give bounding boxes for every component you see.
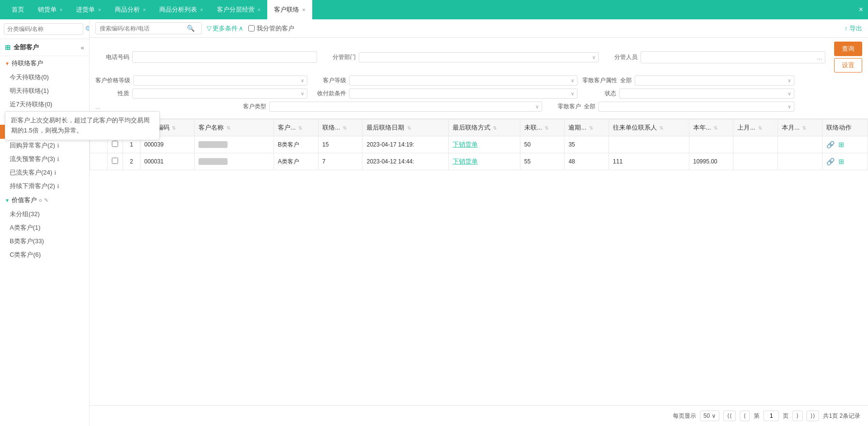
- status-select[interactable]: ∨: [619, 88, 794, 99]
- nav-sales-close[interactable]: ×: [60, 7, 62, 13]
- prev-page-btn[interactable]: ⟨: [740, 411, 750, 421]
- retail-attr-chevron: ∨: [788, 78, 791, 83]
- sidebar-item-ungrouped[interactable]: 未分组(32): [0, 207, 89, 221]
- col-this-month[interactable]: 本月... ⇅: [778, 119, 822, 136]
- nav-analysis-list-close[interactable]: ×: [200, 7, 203, 13]
- export-btn[interactable]: ↑ 导出: [845, 24, 863, 33]
- sidebar-search-input[interactable]: [4, 23, 83, 35]
- col-this-year[interactable]: 本年... ⇅: [689, 119, 733, 136]
- this-month-sort-icon: ⇅: [802, 125, 806, 131]
- sidebar-item-c-class[interactable]: C类客户(6): [0, 248, 89, 262]
- nav-customer-tier-close[interactable]: ×: [258, 7, 260, 13]
- sidebar-item-declining[interactable]: 持续下滑客户(2) ℹ: [0, 179, 89, 193]
- sidebar-item-a-class[interactable]: A类客户(1): [0, 221, 89, 235]
- nav-purchase[interactable]: 进货单 ×: [69, 0, 107, 19]
- dept-select[interactable]: ∨: [359, 52, 599, 62]
- table-wrapper[interactable]: ⚙ # 客户编码 ⇅ 客户名称 ⇅: [90, 119, 868, 405]
- col-overdue[interactable]: 逾期... ⇅: [564, 119, 609, 136]
- query-btn[interactable]: 查询: [834, 42, 862, 56]
- page-size-select[interactable]: 50 ∨: [700, 411, 719, 421]
- nav-sales[interactable]: 销货单 ×: [31, 0, 69, 19]
- customer-type-select[interactable]: ∨: [269, 102, 542, 112]
- first-page-btn[interactable]: ⟨⟨: [723, 411, 736, 421]
- next-page-btn[interactable]: ⟩: [792, 411, 803, 421]
- search-box[interactable]: 🔍: [95, 22, 202, 34]
- nav-analysis-close[interactable]: ×: [143, 7, 146, 13]
- sidebar-grid-icon: ⊞: [5, 44, 11, 51]
- row2-last-method[interactable]: 下销货单: [448, 153, 520, 170]
- gender-select[interactable]: ∨: [132, 88, 307, 99]
- last-page-btn[interactable]: ⟩⟩: [807, 411, 819, 421]
- row2-name[interactable]: [195, 153, 274, 170]
- phone-input[interactable]: [132, 51, 317, 63]
- row2-checkbox[interactable]: [112, 158, 118, 164]
- row2-code[interactable]: 000031: [140, 153, 195, 170]
- col-last-month[interactable]: 上月... ⇅: [733, 119, 778, 136]
- nav-customer-contact-close[interactable]: ×: [302, 7, 305, 13]
- col-last-date[interactable]: 最后联络日期 ⇅: [363, 119, 448, 136]
- window-close-btn[interactable]: ×: [859, 5, 863, 14]
- row1-name-blurred: [198, 141, 228, 148]
- nav-customer-contact[interactable]: 客户联络 ×: [267, 0, 312, 19]
- col-unlinkd[interactable]: 未联... ⇅: [520, 119, 564, 136]
- row1-checkbox[interactable]: [112, 141, 118, 147]
- col-contact-person[interactable]: 往来单位联系人 ⇅: [609, 119, 689, 136]
- row2-last-date: 2023-04-12 14:44:: [363, 153, 448, 170]
- nav-home[interactable]: 首页: [5, 0, 31, 19]
- customer-table: ⚙ # 客户编码 ⇅ 客户名称 ⇅: [90, 119, 868, 170]
- row2-action-icons: 🔗 ⊞: [826, 158, 864, 165]
- row1-grid-icon[interactable]: ⊞: [838, 141, 844, 148]
- search-input[interactable]: [100, 25, 187, 32]
- sidebar-item-b-class[interactable]: B类客户(33): [0, 235, 89, 248]
- row2-link-icon[interactable]: 🔗: [826, 158, 835, 165]
- row2-num: 2: [123, 153, 140, 170]
- row2-settings: [90, 153, 107, 170]
- settings-btn[interactable]: 设置: [834, 58, 862, 73]
- row1-link-icon[interactable]: 🔗: [826, 141, 835, 148]
- sidebar-item-churned[interactable]: 已流失客户(24) ℹ: [0, 166, 89, 179]
- more-conditions-btn[interactable]: ▽ 更多条件 ∧: [207, 24, 244, 33]
- sidebar-collapse-icon[interactable]: «: [81, 44, 84, 51]
- price-grade-select[interactable]: ∨: [133, 75, 307, 86]
- filter-actions: 查询 设置: [834, 42, 862, 73]
- manager-dots[interactable]: ...: [817, 54, 822, 61]
- value-edit-icon[interactable]: ✎: [44, 197, 48, 204]
- more-filter-btn[interactable]: ...: [95, 103, 100, 110]
- retail-customer-select[interactable]: ∨: [598, 102, 795, 112]
- row1-actions: 🔗 ⊞: [822, 136, 868, 153]
- col-last-method[interactable]: 最后联络方式 ⇅: [448, 119, 520, 136]
- manager-field: 分管人员 ...: [604, 51, 825, 63]
- row2-grid-icon[interactable]: ⊞: [838, 158, 844, 165]
- page-input[interactable]: [763, 411, 779, 421]
- sidebar-item-abnormal[interactable]: 回购异常客户(2) ℹ: [0, 139, 89, 152]
- churn-warn-info-icon: ℹ: [57, 156, 59, 162]
- row2-overdue: 48: [564, 153, 609, 170]
- manager-select[interactable]: ...: [640, 51, 825, 63]
- col-name[interactable]: 客户名称 ⇅: [195, 119, 274, 136]
- nav-customer-tier[interactable]: 客户分层经营 ×: [210, 0, 267, 19]
- sidebar-search-icon[interactable]: 🔍: [85, 26, 90, 33]
- retail-attr-field: 零散客户属性 全部 ∨: [582, 75, 794, 86]
- nav-purchase-close[interactable]: ×: [98, 7, 101, 13]
- customer-grade-select[interactable]: ∨: [349, 75, 578, 86]
- retail-attr-select[interactable]: ∨: [635, 75, 794, 86]
- sidebar-pending-section[interactable]: ▼ 待联络客户: [0, 56, 89, 71]
- sidebar-item-today[interactable]: 今天待联络(0): [0, 71, 89, 84]
- my-customer-checkbox[interactable]: [248, 25, 255, 31]
- col-type[interactable]: 客户... ⇅: [274, 119, 319, 136]
- nav-analysis-list[interactable]: 商品分析列表 ×: [152, 0, 210, 19]
- row2-checkbox-cell[interactable]: [107, 153, 123, 170]
- sidebar-item-churn-warn[interactable]: 流失预警客户(3) ℹ: [0, 152, 89, 166]
- sidebar-item-tomorrow[interactable]: 明天待联络(1): [0, 84, 89, 98]
- export-icon: ↑: [845, 25, 848, 32]
- col-contact-count[interactable]: 联络... ⇅: [318, 119, 363, 136]
- sidebar-value-section[interactable]: ▼ 价值客户 ○ ✎: [0, 193, 89, 207]
- payment-select[interactable]: ∨: [349, 88, 578, 99]
- filter-search-icon[interactable]: 🔍: [187, 25, 195, 32]
- my-customer-checkbox-label[interactable]: 我分管的客户: [248, 24, 294, 33]
- row1-last-method[interactable]: 下销货单: [448, 136, 520, 153]
- row1-name[interactable]: [195, 136, 274, 153]
- value-items: 未分组(32) A类客户(1) B类客户(33) C类客户(6): [0, 207, 89, 262]
- nav-analysis[interactable]: 商品分析 ×: [108, 0, 152, 19]
- sidebar-item-7days[interactable]: 近7天待联络(0): [0, 98, 89, 111]
